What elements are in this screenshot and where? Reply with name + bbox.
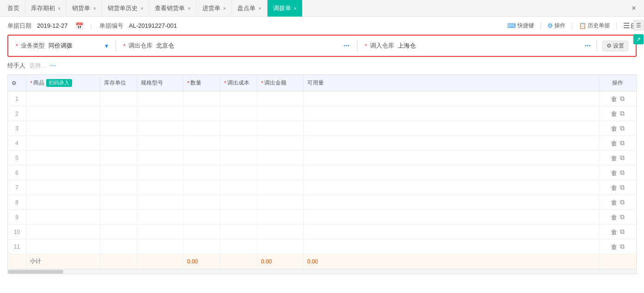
table-row-7: 7 🗑 ⧉	[8, 180, 636, 195]
window-close-button[interactable]: ×	[626, 0, 642, 17]
gear-icon: ⚙	[607, 43, 612, 49]
subtotal-cost: 0.00	[257, 254, 304, 269]
doc-value: AL-20191227-001	[129, 22, 177, 29]
table-row-5: 5 🗑 ⧉	[8, 151, 636, 165]
tab-transfer[interactable]: 调拨单 ×	[267, 0, 303, 17]
copy-icon-10[interactable]: ⧉	[620, 228, 625, 236]
close-tab-inventory-init[interactable]: ×	[58, 6, 61, 11]
table-row-4: 4 🗑 ⧉	[8, 136, 636, 151]
tab-inventory-init[interactable]: 库存期初 ×	[25, 0, 67, 17]
copy-icon-11[interactable]: ⧉	[620, 243, 625, 250]
person-dots[interactable]: ···	[50, 61, 56, 70]
in-warehouse-dots[interactable]: ···	[585, 42, 591, 50]
settings-button[interactable]: ⚙ 设置	[602, 41, 628, 51]
th-cost: * 调出成本	[220, 75, 257, 91]
tab-purchase[interactable]: 进货单 ×	[197, 0, 232, 17]
delete-icon-5[interactable]: 🗑	[611, 154, 617, 162]
subtotal-qty: 0.00	[183, 254, 220, 269]
close-tab-view-sales[interactable]: ×	[188, 6, 190, 11]
th-spec: 规格型号	[137, 75, 183, 91]
subtotal-row: 小计 0.00 0.00 0.00	[8, 254, 636, 269]
scan-button[interactable]: 扫码录入	[46, 79, 72, 87]
tab-stocktake[interactable]: 盘点单 ×	[232, 0, 267, 17]
operations-action[interactable]: ⚙ 操作	[547, 22, 565, 30]
delete-icon-8[interactable]: 🗑	[611, 199, 617, 206]
out-warehouse-dots[interactable]: ···	[343, 42, 349, 50]
table-row-6: 6 🗑 ⧉	[8, 165, 636, 180]
form-header-left: 单据日期 2019-12-27 📅 | 单据编号 AL-20191227-001	[7, 22, 177, 30]
th-gear[interactable]: ⚙	[8, 75, 26, 91]
copy-icon-1[interactable]: ⧉	[620, 95, 625, 103]
calendar-icon[interactable]: 📅	[75, 22, 83, 30]
table-row-9: 9 🗑 ⧉	[8, 210, 636, 225]
table-row-3: 3 🗑 ⧉	[8, 121, 636, 136]
product-table: ⚙ * 商品 扫码录入 库存单位 规格型号 * 数量 * 调出成本 *	[7, 74, 637, 274]
table-row-10: 10 🗑 ⧉	[8, 225, 636, 239]
sidebar-expand-icon[interactable]: ↗	[633, 34, 644, 44]
th-product: * 商品 扫码录入	[26, 75, 100, 91]
delete-icon-6[interactable]: 🗑	[611, 169, 617, 177]
sidebar-list-icon[interactable]: ☰	[633, 20, 644, 31]
tab-sales[interactable]: 销货单 ×	[67, 0, 102, 17]
close-tab-sales[interactable]: ×	[93, 6, 96, 11]
th-unit: 库存单位	[100, 75, 137, 91]
delete-icon-1[interactable]: 🗑	[611, 95, 617, 103]
out-warehouse-field: * 调出仓库 北京仓 ···	[123, 42, 350, 50]
form-header-right: ⌨ 快捷键 ⚙ 操作 📋 历史单据 ☰ ⊞	[507, 21, 637, 30]
warehouse-section: * 业务类型 同价调拨 ▾ * 调出仓库 北京仓 ··· * 调入仓库 上海仓 …	[7, 35, 637, 57]
copy-icon-7[interactable]: ⧉	[620, 183, 625, 191]
shortcuts-action[interactable]: ⌨ 快捷键	[507, 22, 534, 30]
biz-type-field: * 业务类型 同价调拨 ▾	[16, 42, 108, 50]
table-row-1: 1 🗑 ⧉	[8, 92, 636, 106]
th-qty: * 数量	[183, 75, 220, 91]
delete-icon-2[interactable]: 🗑	[611, 110, 617, 117]
tab-home[interactable]: 首页	[2, 0, 25, 17]
scroll-thumb[interactable]	[8, 270, 63, 274]
date-label: 单据日期	[7, 22, 31, 30]
th-available: 可用量	[304, 75, 599, 91]
date-value: 2019-12-27	[37, 22, 68, 29]
copy-icon-8[interactable]: ⧉	[620, 198, 625, 206]
person-row: 经手人 选择... ···	[7, 61, 637, 70]
delete-icon-10[interactable]: 🗑	[611, 228, 617, 236]
delete-icon-7[interactable]: 🗑	[611, 184, 617, 191]
table-row-8: 8 🗑 ⧉	[8, 195, 636, 210]
copy-icon-9[interactable]: ⧉	[620, 213, 625, 221]
th-amount: * 调出金额	[257, 75, 304, 91]
form-header: 单据日期 2019-12-27 📅 | 单据编号 AL-20191227-001…	[7, 21, 637, 30]
close-tab-transfer[interactable]: ×	[294, 6, 297, 11]
tab-sales-history[interactable]: 销货单历史 ×	[102, 0, 149, 17]
main-content: 单据日期 2019-12-27 📅 | 单据编号 AL-20191227-001…	[0, 17, 644, 279]
table-rows-container: 1 🗑 ⧉ 2 🗑 ⧉ 3	[8, 92, 636, 239]
copy-icon-3[interactable]: ⧉	[620, 124, 625, 132]
subtotal-amount: 0.00	[304, 254, 599, 269]
close-tab-sales-history[interactable]: ×	[140, 6, 143, 11]
th-action: 操作	[599, 75, 636, 91]
delete-icon-11[interactable]: 🗑	[611, 243, 617, 250]
view-toggle-list[interactable]: ☰	[623, 21, 630, 30]
delete-icon-4[interactable]: 🗑	[611, 140, 617, 147]
tab-bar: 首页 库存期初 × 销货单 × 销货单历史 × 查看销货单 × 进货单 × 盘点…	[0, 0, 644, 17]
in-warehouse-field: * 调入仓库 上海仓 ···	[365, 42, 591, 50]
biz-type-dropdown[interactable]: ▾	[105, 42, 108, 49]
delete-icon-3[interactable]: 🗑	[611, 125, 617, 132]
person-select[interactable]: 选择...	[29, 61, 46, 70]
doc-label: 单据编号	[99, 22, 123, 30]
tab-view-sales[interactable]: 查看销货单 ×	[149, 0, 196, 17]
copy-icon-2[interactable]: ⧉	[620, 110, 625, 117]
copy-icon-4[interactable]: ⧉	[620, 139, 625, 147]
table-header: ⚙ * 商品 扫码录入 库存单位 规格型号 * 数量 * 调出成本 *	[8, 75, 636, 92]
history-action[interactable]: 📋 历史单据	[579, 22, 610, 30]
delete-icon-9[interactable]: 🗑	[611, 214, 617, 221]
table-row-2: 2 🗑 ⧉	[8, 106, 636, 121]
table-row-11: 11 🗑 ⧉	[8, 239, 636, 254]
close-tab-purchase[interactable]: ×	[223, 6, 226, 11]
copy-icon-6[interactable]: ⧉	[620, 169, 625, 177]
right-sidebar: ☰ ↗	[633, 17, 644, 44]
settings-icon: ⚙	[12, 80, 17, 86]
horizontal-scrollbar[interactable]	[8, 269, 636, 274]
close-tab-stocktake[interactable]: ×	[258, 6, 261, 11]
copy-icon-5[interactable]: ⧉	[620, 154, 625, 162]
